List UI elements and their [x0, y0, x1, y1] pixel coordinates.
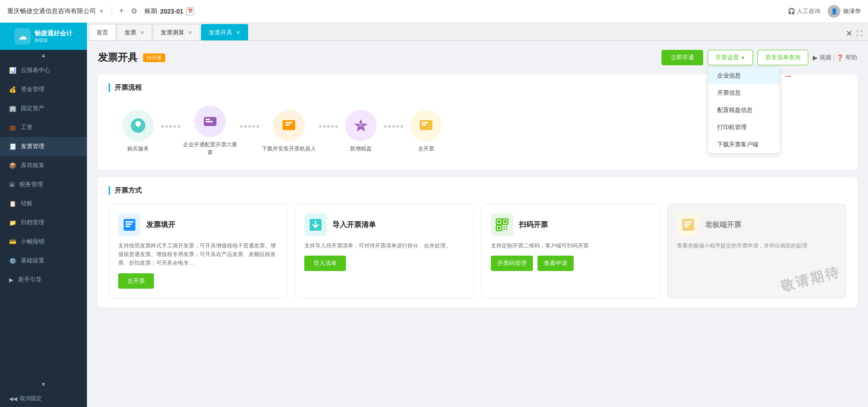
cesuan-tab-label: 发票测算 — [161, 29, 184, 37]
avatar: 👤 — [828, 5, 840, 18]
svg-rect-24 — [498, 227, 500, 229]
sidebar-item-jiezhang[interactable]: 📋 结账 — [0, 194, 87, 213]
step2-label: 企业开通配置开票六要素 — [183, 141, 237, 156]
sidebar-item-zijin[interactable]: 💰 资金管理 — [0, 80, 87, 99]
calendar-icon[interactable]: 📅 — [186, 7, 194, 15]
home-tab-label: 首页 — [96, 29, 108, 37]
red-arrow-icon: → — [783, 71, 792, 81]
svg-rect-23 — [504, 220, 507, 223]
jiezhang-icon: 📋 — [9, 200, 16, 207]
abnormal-button[interactable]: 异常清单查询 — [758, 50, 808, 65]
tab-fapiao-kaiju[interactable]: 发票开具 ✕ — [201, 24, 248, 40]
sidebar-item-kucun[interactable]: 📦 库存核算 — [0, 156, 87, 175]
svg-rect-16 — [125, 223, 132, 225]
method-card-import: 导入开票清单 支持导入待开票清单，可对待开票清单进行拆分、合并处理。 导入清单 — [295, 204, 474, 298]
sidebar-item-xiaochang[interactable]: 💳 小畅报销 — [0, 232, 87, 251]
settings-button[interactable]: 开票设置 ▼ — [708, 50, 753, 65]
sidebar-logo[interactable]: ☁ 畅捷通好会计 旗舰版 — [0, 23, 87, 50]
sidebar-item-yunbiao[interactable]: 📊 云报表中心 — [0, 61, 87, 80]
user-name: 徐泽华 — [843, 7, 861, 15]
jichushezhi-icon: ⚙️ — [9, 257, 16, 264]
add-tab-button[interactable]: + — [119, 6, 124, 16]
dropdown-item-qiye[interactable]: 企业信息 → — [708, 67, 780, 84]
logo-badge: 旗舰版 — [34, 37, 72, 44]
cesuan-tab-close[interactable]: ✕ — [188, 29, 192, 36]
svg-rect-8 — [285, 124, 290, 126]
tabbar: 首页 发票 ✕ 发票测算 ✕ 发票开具 ✕ ✕ ⛶ — [87, 23, 868, 41]
svg-rect-25 — [504, 226, 505, 228]
user-button[interactable]: 👤 徐泽华 — [828, 5, 861, 18]
kaiju-tab-close[interactable]: ✕ — [236, 29, 240, 36]
sidebar-item-gongzi[interactable]: 💼 工资 — [0, 118, 87, 137]
company-selector[interactable]: 重庆畅捷交通信息咨询有限公司 ▼ — [7, 7, 104, 15]
company-name: 重庆畅捷交通信息咨询有限公司 — [7, 7, 96, 15]
sidebar-item-xinshou[interactable]: ▶ 新手引导 — [0, 270, 87, 289]
scroll-up-icon[interactable]: ▲ — [41, 52, 46, 58]
expand-window-button[interactable]: ⛶ — [856, 30, 863, 37]
svg-rect-32 — [684, 226, 689, 227]
import-invoice-title: 导入开票清单 — [332, 220, 376, 230]
svg-rect-7 — [285, 122, 293, 123]
step4-icon: 税 — [345, 110, 377, 141]
sidebar-item-gudingzichan[interactable]: 🏢 固定资产 — [0, 99, 87, 118]
dropdown-item-peizhishuipan[interactable]: 配置税盘信息 — [708, 102, 780, 119]
scan-invoice-view-button[interactable]: 查看申请 — [537, 256, 574, 271]
period-value: 2023-01 — [160, 8, 183, 15]
divider-bar: | — [833, 54, 834, 61]
tab-home[interactable]: 首页 — [89, 24, 116, 40]
scan-invoice-manage-button[interactable]: 开票码管理 — [491, 256, 533, 271]
dropdown-item-dayinjiguanli[interactable]: 打印机管理 — [708, 119, 780, 136]
sidebar-item-jichushezhi[interactable]: ⚙️ 基础设置 — [0, 251, 87, 270]
flow-connector-2 — [240, 125, 259, 128]
fill-invoice-button[interactable]: 去开票 — [118, 273, 154, 289]
video-label[interactable]: 视频 — [820, 53, 831, 62]
method-card-boss: 老板端开票 查看老板端小程序提交的开票申请，并作出相应的处理 敬请期待 — [667, 204, 846, 298]
zijin-icon: 💰 — [9, 86, 16, 93]
period-display: 账期 2023-01 📅 — [144, 7, 194, 15]
dropdown-item-xiazaikehu[interactable]: 下载开票客户端 — [708, 136, 780, 153]
shuiwu-icon: 🏛 — [9, 181, 15, 188]
method-card-fill: 发票填开 支持按照发票样式手工填开发票；可开具增值税电子普通发票、增值税普通发票… — [109, 204, 288, 298]
overlay-text: 敬请期待 — [778, 262, 843, 296]
flow-step-5: 去开票 — [406, 110, 446, 153]
svg-rect-26 — [506, 226, 507, 228]
help-label[interactable]: 帮助 — [845, 53, 857, 62]
svg-rect-30 — [684, 221, 692, 223]
sidebar-scroll-down[interactable]: ▼ — [0, 379, 87, 390]
sidebar-cancel-fixed[interactable]: ◀◀ 取消固定 — [0, 390, 87, 407]
boss-invoice-desc: 查看老板端小程序提交的开票申请，并作出相应的处理 — [677, 242, 837, 250]
xiaochang-icon: 💳 — [9, 238, 16, 245]
fapiao-tab-close[interactable]: ✕ — [140, 29, 144, 36]
page-content: 发票开具 待开通 立即开通 开票设置 ▼ 企业信息 — [87, 41, 868, 407]
step1-icon: + — [122, 110, 154, 141]
import-invoice-icon — [304, 213, 327, 236]
pin-icon: ◀◀ — [9, 396, 17, 402]
scan-invoice-icon — [491, 213, 513, 236]
flow-step-2: 企业开通配置开票六要素 — [183, 106, 237, 156]
close-window-button[interactable]: ✕ — [846, 29, 853, 39]
tab-fapiao[interactable]: 发票 ✕ — [117, 24, 152, 40]
tab-fapiao-cesuan[interactable]: 发票测算 ✕ — [153, 24, 200, 40]
flow-step-1: + 购买服务 — [118, 110, 158, 153]
yunbiao-icon: 📊 — [9, 67, 16, 74]
svg-rect-15 — [125, 221, 134, 223]
import-invoice-button[interactable]: 导入清单 — [304, 256, 346, 271]
fill-invoice-icon — [118, 213, 141, 236]
svg-rect-13 — [422, 124, 426, 126]
settings-icon[interactable]: ⚙ — [131, 7, 137, 15]
flow-step-3: 下载并安装开票机器人 — [262, 110, 316, 153]
sidebar-item-fapiao[interactable]: 🧾 发票管理 — [0, 137, 87, 156]
activate-button[interactable]: 立即开通 — [662, 50, 703, 65]
help-circle-icon: ❓ — [836, 54, 844, 61]
scan-invoice-desc: 支持定制开票二维码，客户端可扫码开票 — [491, 242, 651, 250]
dropdown-item-kaipiao[interactable]: 开票信息 — [708, 84, 780, 102]
service-button[interactable]: 🎧 人工咨询 — [788, 7, 820, 15]
guidang-icon: 📁 — [9, 219, 16, 226]
svg-rect-17 — [125, 226, 130, 227]
service-label: 人工咨询 — [797, 7, 820, 15]
svg-rect-28 — [506, 228, 507, 230]
step3-label: 下载并安装开票机器人 — [262, 145, 316, 153]
sidebar-item-guidang[interactable]: 📁 归档管理 — [0, 213, 87, 232]
boss-invoice-title: 老板端开票 — [705, 220, 741, 230]
sidebar-item-shuiwu[interactable]: 🏛 税务管理 — [0, 175, 87, 194]
